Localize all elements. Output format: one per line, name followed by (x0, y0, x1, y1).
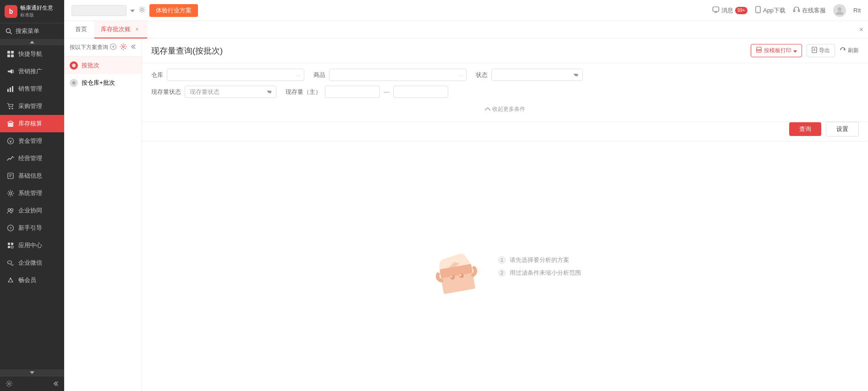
sidebar-item-member[interactable]: 畅会员 (0, 272, 64, 289)
sidebar-item-marketing[interactable]: 营销推广 (0, 63, 64, 80)
refresh-btn[interactable]: 刷新 (840, 47, 859, 54)
export-btn[interactable]: 导出 (807, 44, 835, 57)
range-dash: — (384, 88, 390, 95)
topbar-chevron-icon[interactable] (130, 7, 135, 14)
sidebar-item-label: 采购管理 (18, 102, 42, 110)
experience-btn[interactable]: 体验行业方案 (149, 4, 198, 17)
sidebar-item-enterprise-wx[interactable]: 企业微信 (0, 254, 64, 272)
sidebar-item-label: 营销推广 (18, 67, 42, 76)
enterprise-icon (6, 206, 15, 215)
add-plan-btn[interactable] (110, 43, 117, 52)
sales-icon (6, 85, 15, 93)
collapse-more-btn[interactable]: 收起更多条件 (151, 103, 859, 116)
svg-point-19 (8, 208, 11, 211)
tab-home[interactable]: 首页 (69, 21, 93, 38)
svg-rect-35 (794, 10, 795, 12)
status-label: 状态 (476, 71, 488, 79)
tab-close-btn[interactable]: × (133, 26, 141, 33)
plan-item-by-warehouse-batch[interactable]: 按仓库+批次 (64, 74, 142, 92)
search-menu-label: 搜索菜单 (16, 27, 39, 35)
topbar-gear-icon[interactable] (138, 6, 146, 15)
svg-point-34 (758, 11, 758, 12)
refresh-btn-label: 刷新 (848, 47, 859, 54)
status-select[interactable] (491, 69, 583, 81)
content-area: 按以下方案查询 按 (64, 38, 868, 391)
search-menu-item[interactable]: 搜索菜单 (0, 23, 64, 39)
tab-panel-close-btn[interactable]: × (859, 26, 863, 34)
sidebar-item-enterprise[interactable]: 企业协同 (0, 202, 64, 219)
scroll-up-btn[interactable] (0, 39, 64, 45)
product-input[interactable] (329, 69, 467, 81)
tab-close-x-icon[interactable]: × (133, 26, 141, 33)
svg-text:?: ? (9, 226, 11, 231)
sidebar-item-system[interactable]: 系统管理 (0, 185, 64, 202)
user-name: Rit (853, 7, 861, 14)
svg-rect-46 (758, 50, 760, 51)
tab-inventory-batch[interactable]: 库存批次账 × (94, 21, 147, 38)
left-panel-title: 按以下方案查询 (70, 43, 108, 51)
sidebar-item-label: 新手引导 (18, 224, 42, 232)
svg-rect-25 (8, 246, 10, 248)
empty-tip-2: 2 用过滤条件来缩小分析范围 (498, 269, 581, 277)
sidebar-item-label: 资金管理 (18, 137, 42, 145)
app-download-btn[interactable]: App下载 (755, 6, 786, 15)
left-panel: 按以下方案查询 按 (64, 38, 142, 391)
sidebar-header: b 畅康通好生意 标准版 (0, 0, 64, 23)
sidebar-collapse-btn[interactable] (52, 380, 59, 387)
user-avatar[interactable] (833, 4, 846, 17)
left-panel-actions (110, 43, 136, 52)
sidebar-item-basicinfo[interactable]: 基础信息 (0, 167, 64, 185)
sidebar-item-inventory[interactable]: 库存核算 (0, 115, 64, 132)
stock-status-label: 现存量状态 (151, 88, 181, 96)
scroll-down-btn[interactable] (0, 369, 64, 376)
tip-1-num: 1 (498, 256, 506, 264)
member-icon (6, 276, 15, 284)
topbar-right: 消息 99+ App下载 在线客服 Rit (712, 4, 861, 17)
sidebar-settings-btn[interactable] (5, 380, 13, 387)
online-service-btn[interactable]: 在线客服 (793, 6, 826, 15)
sidebar-item-label: 企业微信 (18, 259, 42, 267)
warehouse-more-btn[interactable]: ··· (296, 71, 301, 78)
tip-2-text: 用过滤条件来缩小分析范围 (510, 269, 581, 277)
empty-tip-1: 1 请先选择要分析的方案 (498, 256, 581, 264)
refresh-icon (840, 47, 846, 54)
wechat-icon (6, 259, 15, 267)
svg-rect-24 (11, 243, 13, 245)
warehouse-input[interactable] (167, 69, 304, 81)
sidebar-item-label: 企业协同 (18, 206, 42, 215)
sidebar-item-quick-nav[interactable]: 快捷导航 (0, 45, 64, 63)
sidebar-item-sales[interactable]: 销售管理 (0, 80, 64, 98)
action-bar: 查询 设置 (142, 122, 868, 141)
sidebar-item-operations[interactable]: 经营管理 (0, 150, 64, 167)
topbar-search-input[interactable] (71, 5, 126, 16)
plan-item-by-batch[interactable]: 按批次 (64, 57, 142, 74)
svg-point-37 (838, 7, 841, 11)
sidebar-item-purchase[interactable]: 采购管理 (0, 98, 64, 115)
sidebar-item-label: 经营管理 (18, 154, 42, 163)
svg-rect-4 (7, 54, 10, 57)
query-btn[interactable]: 查询 (789, 122, 821, 136)
print-chevron-icon[interactable] (793, 48, 797, 54)
messages-btn[interactable]: 消息 99+ (712, 6, 747, 15)
inventory-icon (6, 119, 15, 128)
print-icon (756, 47, 762, 54)
stock-qty-max-input[interactable] (393, 86, 448, 98)
settings-btn[interactable]: 设置 (826, 122, 859, 136)
sidebar-item-appcenter[interactable]: 应用中心 (0, 237, 64, 254)
collapse-left-panel-btn[interactable] (130, 43, 136, 51)
plan-settings-btn[interactable] (120, 43, 127, 52)
stock-status-select[interactable]: 现存量状态 (185, 86, 276, 98)
svg-rect-36 (798, 10, 800, 12)
svg-point-20 (11, 208, 13, 211)
stock-qty-min-input[interactable] (325, 86, 380, 98)
messages-label: 消息 (721, 6, 733, 15)
product-more-btn[interactable]: ··· (458, 71, 463, 78)
sidebar-item-finance[interactable]: ¥ 资金管理 (0, 132, 64, 150)
print-btn[interactable]: 按模板打印 (751, 44, 802, 57)
svg-rect-44 (757, 47, 761, 50)
basicinfo-icon (6, 172, 15, 180)
stock-qty-filter: 现存量（主） — (286, 86, 448, 98)
filter-row-1: 仓库 ··· 商品 ··· 状态 (151, 69, 859, 81)
app-name: 畅康通好生意 (20, 5, 53, 12)
sidebar-item-newbie[interactable]: ? 新手引导 (0, 219, 64, 237)
